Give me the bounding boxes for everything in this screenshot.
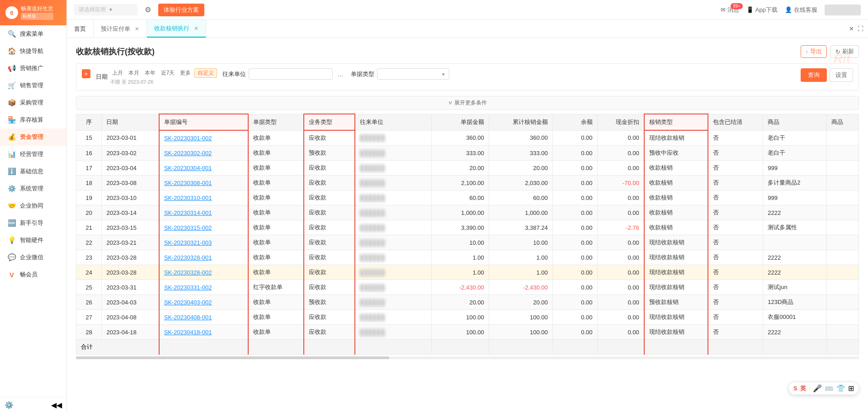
- tab-pending[interactable]: 预计应付单 ✕: [94, 20, 147, 38]
- expand-more-conditions[interactable]: ∨ 展开更多条件: [76, 96, 859, 110]
- cell-seq: 23: [76, 250, 102, 265]
- floating-logo: S: [793, 385, 797, 392]
- cell-docno[interactable]: SK-20230328-002: [159, 265, 249, 280]
- keyboard-icon[interactable]: ⌨️: [825, 384, 834, 393]
- mic-icon[interactable]: 🎤: [813, 384, 822, 393]
- sidebar-item-wechat[interactable]: 💬 企业微信: [0, 249, 66, 266]
- cell-balance: 0.00: [552, 325, 597, 340]
- sidebar-item-search[interactable]: 🔍 搜索菜单: [0, 25, 66, 43]
- query-button[interactable]: 查询: [801, 68, 827, 82]
- sidebar-item-quick-nav[interactable]: 🏠 快捷导航: [0, 43, 66, 60]
- sidebar-item-sys-mgmt[interactable]: ⚙️ 系统管理: [0, 180, 66, 197]
- partner-input[interactable]: [249, 68, 333, 80]
- sidebar-item-inventory[interactable]: 🏪 库存核算: [0, 111, 66, 128]
- doctype-select[interactable]: [377, 68, 449, 80]
- cell-docno[interactable]: SK-20230321-003: [159, 235, 249, 250]
- cell-settled: 否: [708, 250, 763, 265]
- shirt-icon[interactable]: 👕: [836, 384, 845, 393]
- message-badge: 99+: [731, 3, 743, 9]
- sidebar-item-guide[interactable]: 🆕 新手引导: [0, 214, 66, 232]
- sidebar-item-basic-info[interactable]: ℹ️ 基础信息: [0, 163, 66, 180]
- cell-canceltype: 现结收款核销: [644, 310, 708, 325]
- cell-seq: 26: [76, 295, 102, 310]
- sidebar-item-smart-hw[interactable]: 💡 智能硬件: [0, 232, 66, 249]
- cell-date: 2023-03-31: [102, 280, 159, 295]
- user-avatar[interactable]: [825, 5, 861, 15]
- tab-expand-icon[interactable]: ⛶: [858, 25, 863, 32]
- cell-docno[interactable]: SK-20230304-001: [159, 161, 249, 176]
- sidebar-item-label: 新手引导: [20, 219, 43, 227]
- cell-goods2: [827, 325, 859, 340]
- cell-date: 2023-03-10: [102, 190, 159, 205]
- cell-docno[interactable]: SK-20230314-001: [159, 205, 249, 220]
- topbar-online-service[interactable]: 👤 在线客服: [785, 6, 817, 14]
- sidebar-item-finance[interactable]: 💰 资金管理: [0, 128, 66, 146]
- cell-cumamt: 1.00: [489, 250, 552, 265]
- page-content: 收款核销执行(按收款) ↑ 导出 ↻ 刷新 » 日期: [67, 38, 868, 413]
- topbar: 请选择应用 ▼ ⚙ 体验行业方案 ✉ 消息 99+ 📱 App下载 👤 在线客服: [67, 0, 868, 20]
- date-7days-btn[interactable]: 近7天: [159, 68, 177, 78]
- cell-cumamt: 10.00: [489, 235, 552, 250]
- topbar-settings-icon[interactable]: ⚙: [143, 4, 153, 16]
- cell-docno[interactable]: SK-20230308-001: [159, 176, 249, 190]
- cell-partner: ██████: [355, 235, 431, 250]
- sidebar-item-member[interactable]: V 畅会员: [0, 266, 66, 283]
- cell-amount: 1.00: [431, 250, 489, 265]
- filter-toggle-button[interactable]: »: [82, 69, 90, 78]
- cell-canceltype: 收款核销: [644, 220, 708, 235]
- date-more-btn[interactable]: 更多: [178, 68, 193, 78]
- date-custom-btn[interactable]: 自定义: [194, 68, 217, 78]
- marketing-icon: 📢: [7, 64, 16, 72]
- cell-goods2: [827, 265, 859, 280]
- settings-footer-icon[interactable]: ⚙️: [5, 401, 14, 409]
- tab-close-all-icon[interactable]: ✕: [849, 25, 854, 32]
- cell-balance: 0.00: [552, 220, 597, 235]
- sidebar-item-sales[interactable]: 🛒 销售管理: [0, 77, 66, 94]
- cell-docno[interactable]: SK-20230331-002: [159, 280, 249, 295]
- topbar-right: ✉ 消息 99+ 📱 App下载 👤 在线客服: [721, 5, 861, 15]
- chevron-down-icon: ▼: [108, 7, 113, 12]
- cell-docno[interactable]: SK-20230408-001: [159, 310, 249, 325]
- topbar-message[interactable]: ✉ 消息 99+: [721, 6, 739, 14]
- partner-ellipsis[interactable]: ...: [335, 70, 345, 78]
- cell-canceltype: 收款核销: [644, 161, 708, 176]
- cell-docno[interactable]: SK-20230310-001: [159, 190, 249, 205]
- footer-doctype: [248, 340, 304, 355]
- refresh-button[interactable]: ↻ 刷新: [830, 45, 859, 58]
- cell-seq: 28: [76, 325, 102, 340]
- collapse-icon[interactable]: ◀◀: [51, 401, 62, 409]
- date-this-year-btn[interactable]: 本年: [143, 68, 157, 78]
- tab-home[interactable]: 首页: [67, 20, 94, 38]
- cell-seq: 16: [76, 146, 102, 161]
- cell-cumamt: 3,387.24: [489, 220, 552, 235]
- cell-docno[interactable]: SK-20230418-001: [159, 325, 249, 340]
- grid-icon[interactable]: ⊞: [848, 384, 854, 393]
- sidebar-item-purchase[interactable]: 📦 采购管理: [0, 94, 66, 111]
- sidebar-item-marketing[interactable]: 📢 营销推广: [0, 60, 66, 77]
- solution-button[interactable]: 体验行业方案: [158, 4, 204, 16]
- app-selector[interactable]: 请选择应用 ▼: [74, 4, 137, 15]
- cell-partner: ██████: [355, 220, 431, 235]
- date-prev-month-btn[interactable]: 上月: [110, 68, 125, 78]
- tab-pending-close[interactable]: ✕: [135, 26, 139, 32]
- sidebar-item-enterprise[interactable]: 🤝 企业协同: [0, 197, 66, 214]
- cell-date: 2023-03-15: [102, 220, 159, 235]
- cell-docno[interactable]: SK-20230328-001: [159, 250, 249, 265]
- cell-doctype: 红字收款单: [248, 280, 304, 295]
- date-this-month-btn[interactable]: 本月: [127, 68, 141, 78]
- cell-docno[interactable]: SK-20230301-002: [159, 130, 249, 146]
- cell-docno[interactable]: SK-20230403-002: [159, 295, 249, 310]
- cell-docno[interactable]: SK-20230315-002: [159, 220, 249, 235]
- horizontal-scrollbar[interactable]: [76, 355, 859, 361]
- tab-cancel-exec-close[interactable]: ✕: [194, 25, 198, 32]
- topbar-app-download[interactable]: 📱 App下载: [746, 6, 778, 14]
- sidebar-item-operation[interactable]: 📊 经营管理: [0, 146, 66, 163]
- tab-cancel-exec[interactable]: 收款核销执行 ✕: [147, 20, 206, 38]
- cell-amount: 3,390.00: [431, 220, 489, 235]
- filter-settings-button[interactable]: 设置: [830, 68, 853, 82]
- export-button[interactable]: ↑ 导出: [801, 45, 827, 58]
- cell-goods2: [827, 235, 859, 250]
- cell-docno[interactable]: SK-20230302-002: [159, 146, 249, 161]
- table-body: 15 2023-03-01 SK-20230301-002 收款单 应收款 ██…: [76, 130, 859, 340]
- cell-canceltype: 收款核销: [644, 176, 708, 190]
